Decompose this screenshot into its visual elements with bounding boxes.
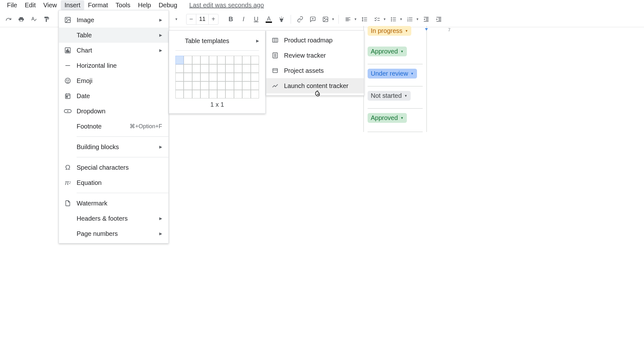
italic-button[interactable]: I (238, 14, 249, 25)
menu-format[interactable]: Format (84, 0, 112, 10)
menu-help[interactable]: Help (134, 0, 155, 10)
menu-edit[interactable]: Edit (21, 0, 39, 10)
font-family-dropdown-arrow[interactable]: ▼ (175, 17, 178, 21)
svg-point-3 (324, 18, 325, 19)
comment-button[interactable] (307, 14, 318, 25)
svg-point-6 (391, 20, 392, 21)
status-pill-in-progress[interactable]: In progress▼ (368, 26, 411, 27)
line-spacing-button[interactable] (359, 14, 370, 25)
paint-format-button[interactable] (41, 14, 52, 25)
menu-view[interactable]: View (40, 0, 61, 10)
toolbar-separator (291, 15, 291, 24)
align-dropdown-arrow[interactable]: ▼ (354, 17, 357, 21)
toolbar-separator-2 (338, 15, 339, 24)
submenu-arrow-icon: ▶ (159, 18, 162, 22)
menu-debug[interactable]: Debug (155, 0, 181, 10)
menu-file[interactable]: File (3, 0, 21, 10)
highlight-button[interactable] (276, 14, 287, 25)
numbered-dropdown-arrow[interactable]: ▼ (416, 17, 419, 21)
image-dropdown-arrow[interactable]: ▼ (331, 17, 335, 21)
font-size-group: − 11 + (186, 14, 218, 25)
menu-tools[interactable]: Tools (112, 0, 134, 10)
bulleted-dropdown-arrow[interactable]: ▼ (400, 17, 403, 21)
checklist-dropdown-arrow[interactable]: ▼ (383, 17, 386, 21)
font-size-increase[interactable]: + (209, 16, 218, 23)
text-color-button[interactable]: A (263, 14, 274, 25)
insert-menu-dropdown: Image ▶ · Table ▶ Chart ▶ Horizontal lin… (59, 10, 169, 27)
insert-image[interactable]: Image ▶ (59, 12, 168, 27)
indent-decrease-button[interactable] (421, 14, 432, 25)
image-icon (63, 16, 72, 24)
font-size-decrease[interactable]: − (186, 16, 196, 23)
svg-point-5 (391, 19, 392, 20)
spellcheck-button[interactable] (28, 14, 39, 25)
last-edit-status[interactable]: Last edit was seconds ago (189, 2, 264, 9)
svg-point-8 (66, 18, 67, 19)
menubar: File Edit View Insert Format Tools Help … (0, 0, 644, 10)
bold-button[interactable]: B (225, 14, 236, 25)
font-size-value[interactable]: 11 (196, 14, 209, 24)
indent-increase-button[interactable] (433, 14, 444, 25)
insert-image-button[interactable] (320, 14, 331, 25)
redo-button[interactable] (3, 14, 14, 25)
underline-button[interactable]: U (251, 14, 262, 25)
align-button[interactable] (343, 14, 353, 25)
menu-insert[interactable]: Insert (61, 0, 84, 10)
checklist-button[interactable] (372, 14, 382, 25)
numbered-list-button[interactable] (405, 14, 415, 25)
insert-link-button[interactable] (295, 14, 306, 25)
bulleted-list-button[interactable] (388, 14, 399, 25)
svg-point-4 (391, 17, 392, 18)
insert-image-label: Image (77, 16, 159, 24)
print-button[interactable] (16, 14, 27, 25)
